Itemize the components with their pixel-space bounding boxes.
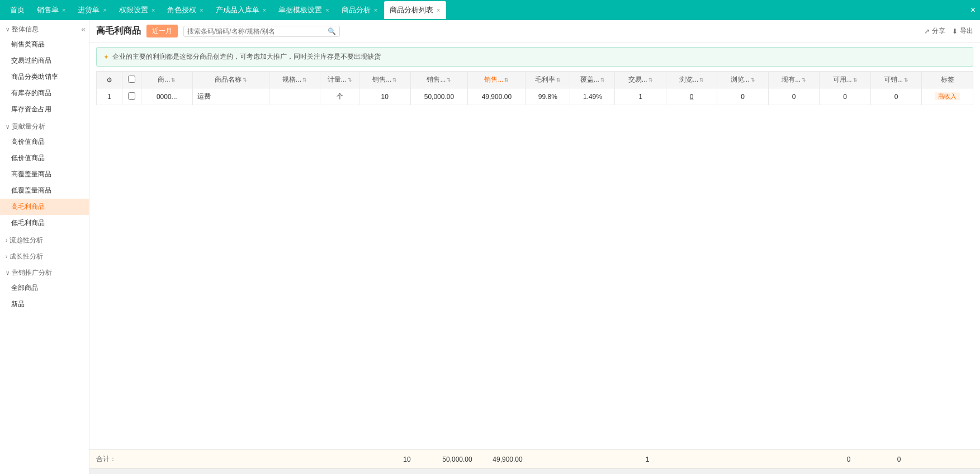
sidebar-item-low-margin[interactable]: 低毛利商品 xyxy=(0,215,89,231)
sidebar-item-new-goods[interactable]: 新品 xyxy=(0,296,89,312)
cell-tag: 高收入 xyxy=(922,88,973,105)
cell-current-stock: 0 xyxy=(768,88,819,105)
th-trade[interactable]: 交易...⇅ xyxy=(615,72,666,88)
sidebar-collapse-icon[interactable]: « xyxy=(81,25,86,34)
info-icon: ✦ xyxy=(103,53,109,61)
cell-available-stock: 0 xyxy=(820,88,870,105)
table-row: 1 0000... 运费 个 10 50,000.00 49,900.00 99… xyxy=(97,88,973,105)
cell-gross-rate: 99.8% xyxy=(525,88,570,105)
close-all-icon[interactable]: × xyxy=(970,5,976,15)
sidebar-item-high-coverage[interactable]: 高覆盖量商品 xyxy=(0,166,89,182)
close-permissions-icon[interactable]: × xyxy=(152,7,155,13)
th-gross-rate[interactable]: 毛利率⇅ xyxy=(525,72,570,88)
search-box: 🔍 xyxy=(183,26,340,37)
sidebar-item-in-stock[interactable]: 有库存的商品 xyxy=(0,85,89,101)
search-input[interactable] xyxy=(187,27,328,35)
page-title: 高毛利商品 xyxy=(96,25,141,37)
sidebar-item-traded-goods[interactable]: 交易过的商品 xyxy=(0,53,89,69)
arrow-marketing: ∨ xyxy=(6,270,10,276)
row-checkbox[interactable] xyxy=(128,92,135,100)
th-sale-amount[interactable]: 销售...⇅ xyxy=(410,72,468,88)
sort-sale-count-icon: ⇅ xyxy=(392,77,397,83)
th-current-stock[interactable]: 现有...⇅ xyxy=(768,72,819,88)
sort-browse2-icon: ⇅ xyxy=(751,77,755,83)
sort-browse1-icon: ⇅ xyxy=(699,77,704,83)
sidebar-section-overall[interactable]: ∨ 整体信息 xyxy=(0,20,89,36)
nav-analysis[interactable]: 商品分析 × xyxy=(336,1,383,19)
close-templates-icon[interactable]: × xyxy=(325,7,329,13)
cell-num: 1 xyxy=(97,88,122,105)
th-browse2[interactable]: 浏览...⇅ xyxy=(717,72,768,88)
th-available-stock[interactable]: 可用...⇅ xyxy=(820,72,870,88)
cell-sale-profit: 49,900.00 xyxy=(468,88,525,105)
scroll-bar[interactable] xyxy=(89,468,980,474)
cell-trade: 1 xyxy=(615,88,666,105)
select-all-checkbox[interactable] xyxy=(128,76,135,83)
sidebar-item-high-value[interactable]: 高价值商品 xyxy=(0,134,89,150)
table-footer: 合计： 10 50,000.00 49,900.00 1 0 0 xyxy=(89,449,980,468)
table-header-row: ⚙ 商...⇅ 商品名称⇅ 规格...⇅ xyxy=(97,72,973,88)
sidebar-section-trend[interactable]: › 流趋性分析 xyxy=(0,231,89,247)
cell-sale-amount: 50,000.00 xyxy=(410,88,468,105)
close-sales-icon[interactable]: × xyxy=(62,7,65,13)
th-browse1[interactable]: 浏览...⇅ xyxy=(666,72,717,88)
cell-sale-count: 10 xyxy=(359,88,410,105)
close-analysis-list-icon[interactable]: × xyxy=(437,7,440,13)
banner-text: 企业的主要的利润都是这部分商品创造的，可考虑加大推广，同时关注库存是不要出现缺货 xyxy=(112,52,381,62)
footer-label: 合计： xyxy=(96,454,116,464)
close-purchase-icon[interactable]: × xyxy=(103,7,106,13)
th-coverage[interactable]: 覆盖...⇅ xyxy=(570,72,615,88)
arrow-growth: › xyxy=(6,254,7,260)
th-sale-profit[interactable]: 销售...⇅ xyxy=(468,72,525,88)
sidebar-section-contribution[interactable]: ∨ 贡献量分析 xyxy=(0,118,89,134)
sidebar-item-category-rate[interactable]: 商品分类助销率 xyxy=(0,69,89,85)
th-unit[interactable]: 计量...⇅ xyxy=(320,72,359,88)
sort-trade-icon: ⇅ xyxy=(648,77,653,83)
sort-name-icon: ⇅ xyxy=(243,77,247,83)
close-production-icon[interactable]: × xyxy=(263,7,266,13)
sidebar-section-marketing[interactable]: ∨ 营销推广分析 xyxy=(0,264,89,280)
sort-coverage-icon: ⇅ xyxy=(600,77,605,83)
sidebar-item-stock-capital[interactable]: 库存资金占用 xyxy=(0,101,89,118)
settings-icon: ⚙ xyxy=(106,76,112,84)
export-button[interactable]: ⬇ 导出 xyxy=(952,26,973,36)
sidebar-item-low-coverage[interactable]: 低覆盖量商品 xyxy=(0,182,89,199)
nav-production[interactable]: 产成品入库单 × xyxy=(210,1,272,19)
sort-current-stock-icon: ⇅ xyxy=(802,77,806,83)
th-code[interactable]: 商...⇅ xyxy=(141,72,192,88)
sidebar-item-sales-goods[interactable]: 销售类商品 xyxy=(0,36,89,53)
footer-sale-count: 10 xyxy=(385,456,429,463)
th-name[interactable]: 商品名称⇅ xyxy=(192,72,269,88)
footer-available: 0 xyxy=(826,456,871,463)
th-tag: 标签 xyxy=(922,72,973,88)
nav-sales[interactable]: 销售单 × xyxy=(31,1,71,19)
info-banner: ✦ 企业的主要的利润都是这部分商品创造的，可考虑加大推广，同时关注库存是不要出现… xyxy=(96,47,973,67)
sidebar-section-growth[interactable]: › 成长性分析 xyxy=(0,247,89,264)
th-sale-count[interactable]: 销售...⇅ xyxy=(359,72,410,88)
cell-browse2: 0 xyxy=(717,88,768,105)
nav-purchase[interactable]: 进货单 × xyxy=(72,1,112,19)
footer-sellable: 0 xyxy=(877,456,921,463)
tag-badge: 高收入 xyxy=(935,92,960,100)
nav-analysis-list[interactable]: 商品分析列表 × xyxy=(384,1,446,19)
nav-permissions[interactable]: 权限设置 × xyxy=(113,1,160,19)
filter-month-button[interactable]: 近一月 xyxy=(146,25,178,37)
close-analysis-icon[interactable]: × xyxy=(374,7,377,13)
th-settings[interactable]: ⚙ xyxy=(97,72,122,88)
sort-sale-profit-icon: ⇅ xyxy=(504,77,509,83)
nav-home[interactable]: 首页 xyxy=(4,1,30,19)
close-roles-icon[interactable]: × xyxy=(200,7,203,13)
sidebar-item-high-margin[interactable]: 高毛利商品 xyxy=(0,199,89,215)
th-spec[interactable]: 规格...⇅ xyxy=(269,72,320,88)
share-button[interactable]: ↗ 分享 xyxy=(924,26,945,36)
sidebar-item-all-goods[interactable]: 全部商品 xyxy=(0,280,89,296)
footer-sale-profit: 49,900.00 xyxy=(485,456,530,463)
search-icon[interactable]: 🔍 xyxy=(328,27,336,35)
table-container[interactable]: ⚙ 商...⇅ 商品名称⇅ 规格...⇅ xyxy=(89,71,980,449)
sidebar-item-low-value[interactable]: 低价值商品 xyxy=(0,150,89,166)
th-sellable-stock[interactable]: 可销...⇅ xyxy=(870,72,921,88)
nav-roles[interactable]: 角色授权 × xyxy=(162,1,209,19)
export-icon: ⬇ xyxy=(952,27,958,35)
nav-templates[interactable]: 单据模板设置 × xyxy=(273,1,334,19)
cell-name: 运费 xyxy=(192,88,269,105)
